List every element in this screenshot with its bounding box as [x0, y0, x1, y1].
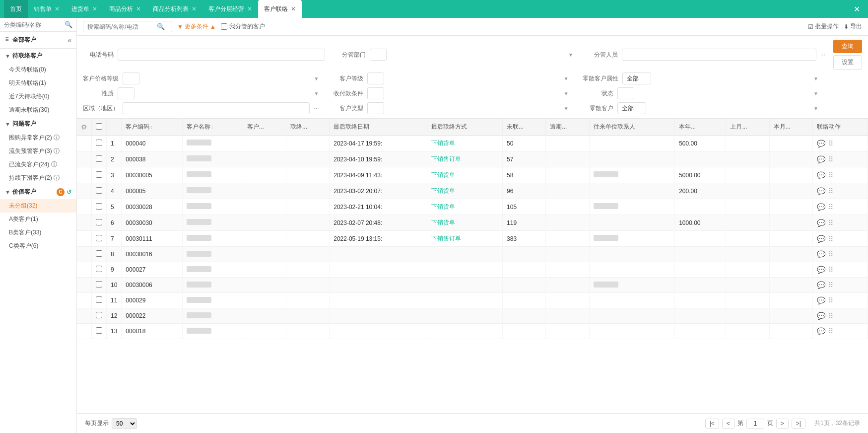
- more-action-icon[interactable]: ⠿: [828, 296, 833, 304]
- row-checkbox-cell[interactable]: [92, 324, 107, 339]
- batch-ops-button[interactable]: ☑ 批量操作: [808, 22, 839, 31]
- sidebar-item-class-c[interactable]: C类客户(6): [0, 239, 76, 253]
- last-type-link[interactable]: 下销售订单: [431, 235, 461, 242]
- more-action-icon[interactable]: ⠿: [828, 312, 833, 320]
- row-checkbox[interactable]: [96, 155, 102, 162]
- sidebar-search-box[interactable]: 🔍: [0, 18, 76, 32]
- sidebar-item-ungroup[interactable]: 未分组(32): [0, 199, 76, 213]
- tab-customer-segment[interactable]: 客户分层经营 ✕: [202, 0, 258, 18]
- sidebar-item-warning[interactable]: 流失预警客户(3) ⓘ: [0, 144, 76, 158]
- close-icon[interactable]: ✕: [136, 5, 141, 12]
- more-action-icon[interactable]: ⠿: [828, 140, 833, 147]
- chat-icon[interactable]: 💬: [817, 281, 825, 289]
- last-type-link[interactable]: 下销货单: [431, 187, 455, 194]
- customer-type-select[interactable]: [367, 102, 384, 114]
- payment-select[interactable]: [367, 87, 384, 99]
- row-checkbox[interactable]: [96, 266, 102, 272]
- more-action-icon[interactable]: ⠿: [828, 219, 833, 227]
- window-close-button[interactable]: ✕: [850, 4, 864, 14]
- sidebar-item-7days[interactable]: 近7天待联络(0): [0, 90, 76, 103]
- close-icon[interactable]: ✕: [291, 5, 296, 12]
- row-checkbox[interactable]: [96, 327, 102, 334]
- scattered-select[interactable]: 全部: [617, 102, 646, 114]
- more-action-icon[interactable]: ⠿: [828, 155, 833, 163]
- refresh-icon[interactable]: ↺: [67, 189, 71, 196]
- more-dots-icon[interactable]: ···: [310, 105, 323, 112]
- chat-icon[interactable]: 💬: [817, 219, 825, 227]
- more-action-icon[interactable]: ⠿: [828, 187, 833, 195]
- prev-page-button[interactable]: <: [722, 419, 734, 429]
- gear-icon[interactable]: ⚙: [81, 123, 87, 131]
- col-gear[interactable]: ⚙: [77, 119, 92, 136]
- more-action-icon[interactable]: ⠿: [828, 250, 833, 258]
- last-type-link[interactable]: 下销售订单: [431, 155, 461, 162]
- chat-icon[interactable]: 💬: [817, 250, 825, 258]
- row-checkbox-cell[interactable]: [92, 293, 107, 308]
- row-checkbox-cell[interactable]: [92, 151, 107, 167]
- main-search-input[interactable]: [87, 23, 157, 30]
- row-checkbox-cell[interactable]: [92, 199, 107, 215]
- person-input[interactable]: [622, 49, 816, 61]
- chat-icon[interactable]: 💬: [817, 187, 825, 195]
- my-customers-check[interactable]: [221, 23, 227, 30]
- row-checkbox[interactable]: [96, 296, 102, 303]
- row-checkbox[interactable]: [96, 219, 102, 225]
- chat-icon[interactable]: 💬: [817, 203, 825, 211]
- page-number-input[interactable]: [746, 419, 764, 429]
- dept-select[interactable]: [370, 49, 387, 61]
- sidebar-item-abnormal[interactable]: 囤购异常客户(2) ⓘ: [0, 131, 76, 144]
- row-checkbox[interactable]: [96, 140, 102, 146]
- row-checkbox-cell[interactable]: [92, 278, 107, 293]
- sidebar-item-overdue[interactable]: 逾期未联络(30): [0, 103, 76, 117]
- sidebar-collapse-icon[interactable]: «: [67, 36, 71, 44]
- tab-customer-contact[interactable]: 客户联络 ✕: [258, 0, 302, 18]
- sidebar-search-icon[interactable]: 🔍: [65, 21, 72, 28]
- row-checkbox[interactable]: [96, 250, 102, 257]
- sidebar-item-class-a[interactable]: A类客户(1): [0, 213, 76, 226]
- chat-icon[interactable]: 💬: [817, 312, 825, 320]
- customer-level-select[interactable]: [367, 72, 384, 84]
- my-customers-checkbox[interactable]: 我分管的客户: [221, 22, 265, 31]
- sidebar-item-declining[interactable]: 持续下滑客户(2) ⓘ: [0, 171, 76, 185]
- main-search-box[interactable]: 🔍: [83, 21, 172, 32]
- chat-icon[interactable]: 💬: [817, 171, 825, 179]
- main-search-icon[interactable]: 🔍: [157, 23, 165, 30]
- tab-goods-analysis[interactable]: 商品分析 ✕: [103, 0, 147, 18]
- row-checkbox[interactable]: [96, 235, 102, 241]
- region-input[interactable]: [123, 102, 310, 114]
- more-conditions-button[interactable]: ▼ 更多条件 ▲: [177, 22, 216, 31]
- tab-purchase[interactable]: 进货单 ✕: [66, 0, 103, 18]
- status-select[interactable]: [617, 87, 634, 99]
- row-checkbox[interactable]: [96, 281, 102, 288]
- more-action-icon[interactable]: ⠿: [828, 281, 833, 289]
- last-type-link[interactable]: 下销货单: [431, 171, 455, 178]
- last-type-link[interactable]: 下销货单: [431, 140, 455, 146]
- reset-button[interactable]: 设置: [833, 55, 862, 70]
- tab-sales[interactable]: 销售单 ✕: [28, 0, 66, 18]
- phone-input[interactable]: [118, 49, 325, 61]
- select-all-checkbox[interactable]: [96, 123, 102, 130]
- chat-icon[interactable]: 💬: [817, 235, 825, 243]
- row-checkbox-cell[interactable]: [92, 167, 107, 183]
- col-checkbox[interactable]: [92, 119, 107, 136]
- more-action-icon[interactable]: ⠿: [828, 203, 833, 211]
- row-checkbox[interactable]: [96, 171, 102, 178]
- export-button[interactable]: ⬇ 导出: [844, 22, 862, 31]
- sidebar-item-today[interactable]: 今天待联络(0): [0, 63, 76, 76]
- row-checkbox-cell[interactable]: [92, 231, 107, 247]
- row-checkbox-cell[interactable]: [92, 262, 107, 278]
- more-action-icon[interactable]: ⠿: [828, 171, 833, 179]
- close-icon[interactable]: ✕: [247, 5, 252, 12]
- more-action-icon[interactable]: ⠿: [828, 327, 833, 335]
- close-icon[interactable]: ✕: [192, 5, 197, 12]
- page-size-select[interactable]: 50 100 200: [112, 418, 137, 429]
- price-level-select[interactable]: [123, 72, 139, 84]
- tab-home[interactable]: 首页: [4, 0, 28, 18]
- chat-icon[interactable]: 💬: [817, 327, 825, 335]
- sidebar-item-tomorrow[interactable]: 明天待联络(1): [0, 76, 76, 90]
- row-checkbox[interactable]: [96, 187, 102, 194]
- chat-icon[interactable]: 💬: [817, 155, 825, 163]
- nature-select[interactable]: [118, 87, 134, 99]
- last-type-link[interactable]: 下销货单: [431, 203, 455, 210]
- sidebar-item-lost[interactable]: 已流失客户(24) ⓘ: [0, 158, 76, 171]
